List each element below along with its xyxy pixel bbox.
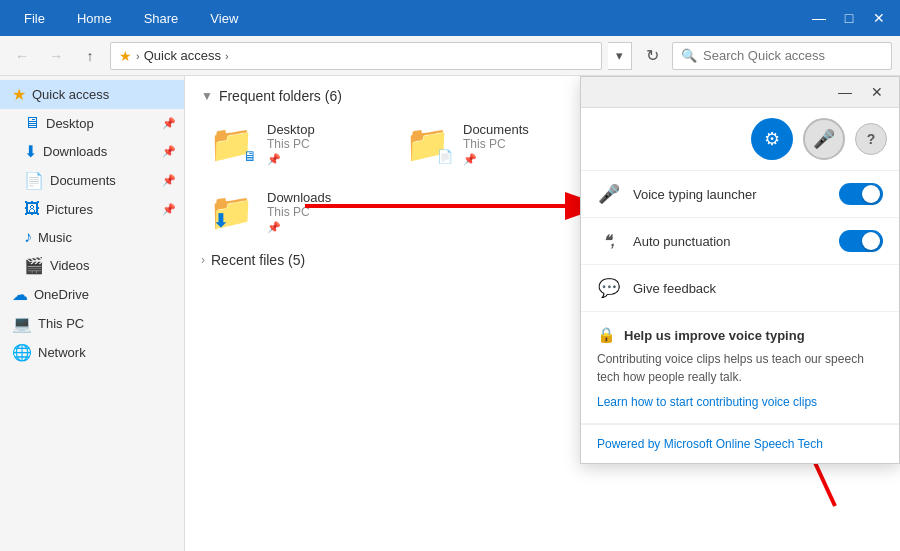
feedback-icon: 💬 [597, 277, 621, 299]
improve-header: 🔒 Help us improve voice typing [597, 326, 883, 344]
path-star-icon: ★ [119, 48, 132, 64]
thispc-icon: 💻 [12, 314, 32, 333]
folder-item-documents[interactable]: 📁 📄 Documents This PC 📌 [397, 116, 577, 172]
toggle-knob-launcher [862, 185, 880, 203]
refresh-button[interactable]: ↻ [638, 42, 666, 70]
search-box: 🔍 [672, 42, 892, 70]
frequent-title: Frequent folders (6) [219, 88, 342, 104]
voice-mic-button[interactable]: 🎤 [803, 118, 845, 160]
pin-icon: 📌 [162, 117, 176, 130]
downloads-arrow-icon: ⬇ [213, 210, 228, 232]
give-feedback-row[interactable]: 💬 Give feedback [581, 265, 899, 312]
pictures-icon: 🖼 [24, 200, 40, 218]
tab-home[interactable]: Home [61, 0, 128, 36]
folder-desktop-name: Desktop [267, 122, 315, 137]
voice-launcher-icon: 🎤 [597, 183, 621, 205]
voice-panel-header: — ✕ [581, 77, 899, 108]
path-end-chevron-icon: › [225, 50, 229, 62]
sidebar-label-downloads: Downloads [43, 144, 107, 159]
search-icon: 🔍 [681, 48, 697, 63]
folder-documents-name: Documents [463, 122, 529, 137]
tab-share[interactable]: Share [128, 0, 195, 36]
folder-desktop-badge: 🖥 [243, 148, 257, 164]
network-icon: 🌐 [12, 343, 32, 362]
download-icon: ⬇ [24, 142, 37, 161]
lock-icon: 🔒 [597, 326, 616, 344]
sidebar-label-desktop: Desktop [46, 116, 94, 131]
sidebar-label-network: Network [38, 345, 86, 360]
sidebar-label-documents: Documents [50, 173, 116, 188]
voice-launcher-toggle[interactable] [839, 183, 883, 205]
toggle-knob-punct [862, 232, 880, 250]
frequent-toggle[interactable]: ▼ [201, 89, 213, 103]
tab-view[interactable]: View [194, 0, 254, 36]
folder-documents-sub: This PC [463, 137, 529, 151]
folder-documents-icon-wrap: 📁 📄 [405, 124, 453, 164]
forward-button[interactable]: → [42, 42, 70, 70]
documents-icon: 📄 [24, 171, 44, 190]
sidebar-item-music[interactable]: ♪ Music [0, 223, 184, 251]
sidebar-item-downloads[interactable]: ⬇ Downloads 📌 [0, 137, 184, 166]
up-button[interactable]: ↑ [76, 42, 104, 70]
downloads-icon-wrap: 📁 ⬇ [209, 192, 257, 232]
minimize-button[interactable]: — [806, 5, 832, 31]
sidebar-item-desktop[interactable]: 🖥 Desktop 📌 [0, 109, 184, 137]
maximize-button[interactable]: □ [836, 5, 862, 31]
desktop-icon: 🖥 [24, 114, 40, 132]
voice-close-button[interactable]: ✕ [863, 81, 891, 103]
sidebar-label-videos: Videos [50, 258, 90, 273]
sidebar-item-onedrive[interactable]: ☁ OneDrive [0, 280, 184, 309]
title-bar: File Home Share View — □ ✕ [0, 0, 900, 36]
sidebar-label-pictures: Pictures [46, 202, 93, 217]
downloads-folder-name: Downloads [267, 190, 331, 205]
pin-icon-documents: 📌 [162, 174, 176, 187]
back-button[interactable]: ← [8, 42, 36, 70]
onedrive-icon: ☁ [12, 285, 28, 304]
voice-gear-button[interactable]: ⚙ [751, 118, 793, 160]
search-input[interactable] [703, 48, 883, 63]
powered-by[interactable]: Powered by Microsoft Online Speech Tech [581, 424, 899, 463]
folder-item-desktop[interactable]: 📁 🖥 Desktop This PC 📌 [201, 116, 381, 172]
sidebar-item-videos[interactable]: 🎬 Videos [0, 251, 184, 280]
title-tabs: File Home Share View [8, 0, 254, 36]
voice-help-button[interactable]: ? [855, 123, 887, 155]
voice-typing-launcher-row: 🎤 Voice typing launcher [581, 171, 899, 218]
improve-link[interactable]: Learn how to start contributing voice cl… [597, 395, 817, 409]
sidebar-item-documents[interactable]: 📄 Documents 📌 [0, 166, 184, 195]
tab-file[interactable]: File [8, 0, 61, 36]
feedback-label: Give feedback [633, 281, 883, 296]
improve-section: 🔒 Help us improve voice typing Contribut… [581, 312, 899, 424]
pin-icon-pictures: 📌 [162, 203, 176, 216]
auto-punct-toggle[interactable] [839, 230, 883, 252]
downloads-folder-pin: 📌 [267, 221, 331, 234]
sidebar-item-thispc[interactable]: 💻 This PC [0, 309, 184, 338]
improve-description: Contributing voice clips helps us teach … [597, 350, 883, 386]
sidebar-item-network[interactable]: 🌐 Network [0, 338, 184, 367]
folder-documents-badge: 📄 [437, 149, 453, 164]
mic-icon: 🎤 [813, 128, 835, 150]
address-dropdown[interactable]: ▾ [608, 42, 632, 70]
voice-panel-top: ⚙ 🎤 ? [581, 108, 899, 170]
folder-documents-pin: 📌 [463, 153, 529, 166]
sidebar-label-quick-access: Quick access [32, 87, 109, 102]
sidebar: ★ Quick access 🖥 Desktop 📌 ⬇ Downloads 📌… [0, 76, 185, 551]
recent-title: Recent files (5) [211, 252, 305, 268]
voice-settings-panel: 🎤 Voice typing launcher ❝, Auto punctuat… [581, 170, 899, 463]
voice-launcher-label: Voice typing launcher [633, 187, 827, 202]
sidebar-item-pictures[interactable]: 🖼 Pictures 📌 [0, 195, 184, 223]
path-chevron-icon: › [136, 50, 140, 62]
folder-desktop-icon-wrap: 📁 🖥 [209, 124, 257, 164]
close-button[interactable]: ✕ [866, 5, 892, 31]
sidebar-label-music: Music [38, 230, 72, 245]
voice-minimize-button[interactable]: — [831, 81, 859, 103]
help-icon: ? [867, 131, 876, 147]
folder-desktop-pin: 📌 [267, 153, 315, 166]
sidebar-label-onedrive: OneDrive [34, 287, 89, 302]
folder-desktop-info: Desktop This PC 📌 [267, 122, 315, 166]
auto-punct-label: Auto punctuation [633, 234, 827, 249]
auto-punct-icon: ❝, [597, 232, 621, 250]
address-path[interactable]: ★ › Quick access › [110, 42, 602, 70]
sidebar-item-quick-access[interactable]: ★ Quick access [0, 80, 184, 109]
downloads-folder-item[interactable]: 📁 ⬇ Downloads This PC 📌 [201, 184, 451, 240]
recent-toggle[interactable]: › [201, 253, 205, 267]
